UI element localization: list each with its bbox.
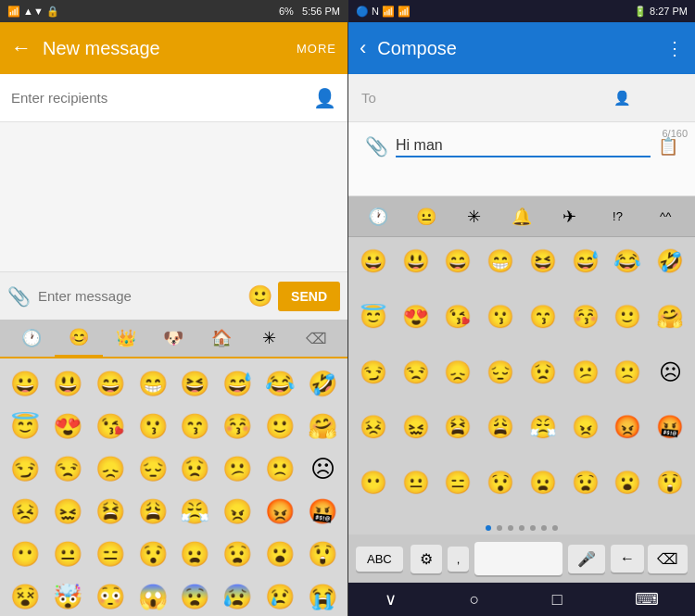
left-emoji-cell[interactable]: 😕 bbox=[216, 447, 259, 490]
right-emoji-cell[interactable]: 😩 bbox=[479, 407, 522, 447]
left-emoji-button[interactable]: 🙂 bbox=[247, 284, 272, 308]
left-emoji-cell[interactable]: 😧 bbox=[216, 533, 259, 575]
right-emoji-cell[interactable]: 😃 bbox=[395, 241, 437, 282]
left-emoji-cell[interactable]: 😇 bbox=[4, 405, 46, 447]
right-emoji-cell[interactable]: 😔 bbox=[479, 352, 522, 393]
right-emoji-cell[interactable]: 😠 bbox=[564, 407, 607, 447]
left-emoji-cell[interactable]: 😀 bbox=[4, 362, 46, 405]
right-emoji-cell[interactable]: 😇 bbox=[352, 296, 395, 337]
right-emoji-cell[interactable]: 😒 bbox=[395, 352, 437, 393]
left-emoji-cell[interactable]: 😵 bbox=[4, 575, 46, 616]
right-emoji-cell[interactable]: 😡 bbox=[607, 407, 650, 447]
left-emoji-cell[interactable]: 😘 bbox=[89, 405, 132, 447]
kb-back-button[interactable]: ← bbox=[611, 545, 644, 572]
kb-mic-button[interactable]: 🎤 bbox=[568, 545, 605, 573]
recipients-input[interactable] bbox=[11, 90, 313, 106]
left-emoji-cell[interactable]: 😑 bbox=[89, 533, 132, 575]
left-emoji-tab-home[interactable]: 🏠 bbox=[197, 320, 245, 357]
left-emoji-cell[interactable]: 😙 bbox=[174, 405, 217, 447]
left-emoji-cell[interactable]: 😦 bbox=[174, 533, 217, 575]
left-emoji-cell[interactable]: ☹ bbox=[301, 447, 344, 490]
right-emoji-cell[interactable]: 😘 bbox=[437, 296, 480, 337]
left-emoji-cell[interactable]: 😯 bbox=[132, 533, 174, 575]
left-emoji-cell[interactable]: 😒 bbox=[46, 447, 89, 490]
left-emoji-cell[interactable]: 😔 bbox=[132, 447, 174, 490]
left-emoji-cell[interactable]: 😖 bbox=[46, 490, 89, 533]
right-emoji-tab-plane[interactable]: ✈ bbox=[546, 207, 594, 227]
right-emoji-cell[interactable]: 😚 bbox=[564, 296, 607, 337]
left-emoji-cell[interactable]: 😡 bbox=[259, 490, 301, 533]
right-back-button[interactable]: ‹ bbox=[360, 36, 366, 60]
left-emoji-cell[interactable]: 😫 bbox=[89, 490, 132, 533]
attach-icon[interactable]: 📎 bbox=[7, 285, 31, 308]
nav-recent-button[interactable]: □ bbox=[552, 590, 562, 610]
left-emoji-cell[interactable]: 😶 bbox=[4, 533, 46, 575]
right-emoji-cell[interactable]: 😕 bbox=[564, 352, 607, 393]
right-message-input[interactable] bbox=[396, 135, 651, 157]
right-emoji-cell[interactable]: 😀 bbox=[352, 241, 395, 282]
right-emoji-cell[interactable]: 😲 bbox=[649, 462, 691, 503]
right-draft-icon[interactable]: 📋 bbox=[658, 136, 678, 157]
left-emoji-cell[interactable]: 😄 bbox=[89, 362, 132, 405]
right-emoji-cell[interactable]: 😆 bbox=[522, 241, 564, 282]
kb-comma-button[interactable]: , bbox=[448, 547, 470, 572]
right-emoji-tab-smiley[interactable]: 😐 bbox=[402, 207, 450, 227]
right-emoji-cell[interactable]: 😤 bbox=[522, 407, 564, 447]
left-emoji-cell[interactable]: 🤗 bbox=[301, 405, 344, 447]
left-emoji-cell[interactable]: 😣 bbox=[4, 490, 46, 533]
nav-keyboard-button[interactable]: ⌨ bbox=[635, 589, 659, 610]
right-to-input[interactable] bbox=[437, 90, 613, 106]
left-emoji-cell[interactable]: 😏 bbox=[4, 447, 46, 490]
left-emoji-cell[interactable]: 😩 bbox=[132, 490, 174, 533]
right-contact-icon[interactable]: 👤 bbox=[613, 90, 682, 107]
left-emoji-cell[interactable]: 😮 bbox=[259, 533, 301, 575]
right-emoji-cell[interactable]: 😍 bbox=[395, 296, 437, 337]
left-emoji-cell[interactable]: 🙁 bbox=[259, 447, 301, 490]
left-emoji-cell[interactable]: 🤣 bbox=[301, 362, 344, 405]
right-emoji-cell[interactable]: ☹ bbox=[649, 352, 691, 393]
right-emoji-cell[interactable]: 😣 bbox=[352, 407, 395, 447]
left-emoji-cell[interactable]: 😐 bbox=[46, 533, 89, 575]
kb-gear-button[interactable]: ⚙ bbox=[411, 545, 442, 573]
left-emoji-cell[interactable]: 😚 bbox=[216, 405, 259, 447]
right-emoji-cell[interactable]: 😐 bbox=[395, 462, 437, 503]
right-emoji-cell[interactable]: 😏 bbox=[352, 352, 395, 393]
right-emoji-tab-flower[interactable]: ✳ bbox=[449, 207, 498, 227]
left-emoji-tab-star[interactable]: ✳ bbox=[245, 320, 292, 357]
left-emoji-cell[interactable]: 🤬 bbox=[301, 490, 344, 533]
left-emoji-tab-dog[interactable]: 🐶 bbox=[150, 320, 197, 357]
right-emoji-cell[interactable]: 😟 bbox=[522, 352, 564, 393]
right-emoji-cell[interactable]: 😁 bbox=[479, 241, 522, 282]
nav-back-button[interactable]: ∨ bbox=[385, 589, 397, 610]
right-emoji-cell[interactable]: 😮 bbox=[607, 462, 650, 503]
right-emoji-tab-recent[interactable]: 🕐 bbox=[354, 207, 402, 227]
left-emoji-cell[interactable]: 😂 bbox=[259, 362, 301, 405]
right-emoji-tab-special[interactable]: !? bbox=[594, 209, 642, 223]
right-emoji-cell[interactable]: 🙁 bbox=[607, 352, 650, 393]
contact-icon[interactable]: 👤 bbox=[313, 87, 336, 109]
left-emoji-cell[interactable]: 😍 bbox=[46, 405, 89, 447]
left-emoji-tab-smiley[interactable]: 😊 bbox=[55, 320, 102, 357]
right-emoji-cell[interactable]: 😙 bbox=[522, 296, 564, 337]
left-emoji-cell[interactable]: 😢 bbox=[259, 575, 301, 616]
left-emoji-cell[interactable]: 😠 bbox=[216, 490, 259, 533]
left-more-button[interactable]: MORE bbox=[297, 42, 336, 56]
right-emoji-cell[interactable]: 🤬 bbox=[649, 407, 691, 447]
left-emoji-cell[interactable]: 😃 bbox=[46, 362, 89, 405]
kb-space-button[interactable] bbox=[474, 542, 562, 575]
left-emoji-cell[interactable]: 😗 bbox=[132, 405, 174, 447]
left-emoji-cell[interactable]: 😨 bbox=[174, 575, 217, 616]
left-emoji-cell[interactable]: 😞 bbox=[89, 447, 132, 490]
right-emoji-tab-bell[interactable]: 🔔 bbox=[498, 207, 546, 227]
left-send-button[interactable]: SEND bbox=[278, 282, 340, 311]
left-emoji-tab-crown[interactable]: 👑 bbox=[103, 320, 150, 357]
left-back-button[interactable]: ← bbox=[11, 36, 32, 60]
kb-abc-button[interactable]: ABC bbox=[356, 547, 403, 572]
right-emoji-cell[interactable]: 😶 bbox=[352, 462, 395, 503]
right-dots-button[interactable]: ⋮ bbox=[665, 37, 684, 59]
right-emoji-cell[interactable]: 🤗 bbox=[649, 296, 691, 337]
right-emoji-tab-caps[interactable]: ^^ bbox=[641, 209, 689, 223]
left-emoji-cell[interactable]: 😁 bbox=[132, 362, 174, 405]
nav-home-button[interactable]: ○ bbox=[469, 590, 479, 610]
left-emoji-tab-recent[interactable]: 🕐 bbox=[7, 320, 55, 357]
